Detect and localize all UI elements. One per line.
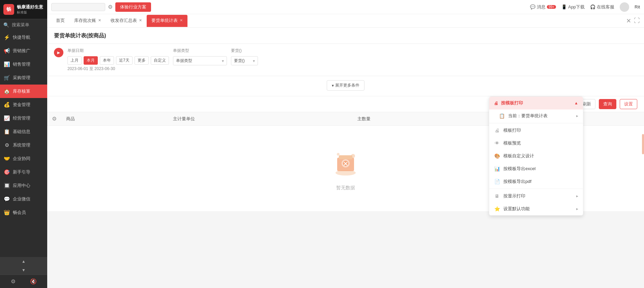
dropdown-item-export-excel[interactable]: 📊 按模板导出excel — [489, 162, 583, 175]
sidebar-scroll-down[interactable]: ▼ — [0, 266, 47, 275]
date-btn-custom[interactable]: 自定义 — [151, 56, 169, 65]
date-btn-this-month[interactable]: 本月 — [84, 56, 98, 65]
dropdown-current-template[interactable]: 📋 当前：要货单统计表 ▸ — [489, 109, 583, 122]
avatar[interactable] — [620, 2, 629, 12]
filter-order-type-value: 单据类型 — [176, 58, 192, 64]
dropdown-divider-2 — [489, 189, 583, 189]
sidebar-item-label: 营销推广 — [13, 48, 44, 54]
app-download-label: App下载 — [568, 4, 585, 10]
tab-receipt-summary-close[interactable]: ✕ — [139, 18, 142, 23]
sidebar-item-label: 基础信息 — [13, 129, 44, 135]
trial-button[interactable]: 体验行业方案 — [115, 2, 151, 12]
sidebar-item-label: 经营管理 — [13, 115, 44, 121]
svg-point-8 — [337, 153, 340, 156]
date-btn-more[interactable]: 更多 — [135, 56, 149, 65]
table-header-unit: 主计量单位 — [168, 112, 353, 126]
template-preview-label: 模板预览 — [503, 140, 578, 146]
expand-conditions-btn[interactable]: ▾ 展开更多条件 — [327, 80, 364, 91]
sidebar-item-operations[interactable]: 📈 经营管理 — [0, 111, 47, 125]
template-design-label: 模板自定义设计 — [503, 153, 578, 159]
tab-receipt-summary[interactable]: 收发存汇总表 ✕ — [106, 15, 147, 27]
expand-down-icon: ▾ — [332, 83, 334, 88]
online-service-btn[interactable]: 🎧 在线客服 — [590, 4, 614, 10]
filter-expand-btn[interactable]: ► — [54, 48, 63, 57]
dropdown-item-template-preview[interactable]: 👁 模板预览 — [489, 137, 583, 150]
sidebar-item-label: 新手引导 — [13, 169, 44, 175]
messages-icon: 💬 — [530, 4, 535, 9]
table-settings-icon[interactable]: ⚙ — [52, 116, 57, 122]
search-icon: 🔍 — [3, 22, 9, 28]
settings-footer-btn[interactable]: ⚙ — [11, 278, 16, 285]
sidebar-item-system[interactable]: ⚙ 系统管理 — [0, 138, 47, 152]
app-download-btn[interactable]: 📱 App下载 — [561, 4, 585, 10]
topbar-gear-icon[interactable]: ⚙ — [108, 4, 113, 10]
sidebar-item-purchase[interactable]: 🛒 采购管理 — [0, 71, 47, 85]
dropdown-collapse-icon[interactable]: ▲ — [574, 101, 578, 105]
display-print-label: 按显示打印 — [503, 193, 573, 199]
dropdown-item-display-print[interactable]: 🖥 按显示打印 ▸ — [489, 190, 583, 202]
expand-conditions-container: ▾ 展开更多条件 — [47, 76, 644, 96]
sidebar-item-app-center[interactable]: 🔲 应用中心 — [0, 179, 47, 192]
sidebar-item-enterprise[interactable]: 🤝 企业协同 — [0, 152, 47, 165]
dropdown-item-template-design[interactable]: 🎨 模板自定义设计 — [489, 150, 583, 162]
current-template-label: 当前：要货单统计表 — [508, 113, 573, 119]
sidebar-scroll-up[interactable]: ▲ — [0, 257, 47, 266]
set-default-arrow: ▸ — [576, 206, 578, 211]
app-title: 畅康通好生意 — [17, 4, 43, 10]
page-header: 要货单统计表(按商品) — [47, 28, 644, 44]
tab-expand-icon[interactable]: ⛶ — [634, 17, 640, 24]
filter-date-range: 2023-06-01 至 2023-06-30 — [67, 66, 169, 72]
tab-home[interactable]: 首页 — [51, 15, 69, 27]
empty-text: 暂无数据 — [336, 185, 355, 191]
export-excel-icon: 📊 — [494, 166, 500, 171]
filter-order-category-group: 要货() 要货() ▾ — [231, 48, 258, 65]
online-service-icon: 🎧 — [590, 4, 595, 9]
tab-requisition-stats-label: 要货单统计表 — [151, 18, 178, 24]
sidebar-item-basic-info[interactable]: 📋 基础信息 — [0, 125, 47, 138]
sidebar-item-member[interactable]: 👑 畅会员 — [0, 206, 47, 219]
tab-requisition-stats[interactable]: 要货单统计表 ✕ — [147, 15, 187, 27]
dropdown-item-export-pdf[interactable]: 📄 按模板导出pdf — [489, 175, 583, 188]
table-header-product: 商品 — [61, 112, 168, 126]
app-subtitle: 标准版 — [17, 10, 43, 15]
export-pdf-label: 按模板导出pdf — [503, 179, 578, 185]
chevron-right-icon: ▸ — [576, 114, 578, 118]
empty-icon — [329, 146, 362, 180]
dropdown-item-set-default[interactable]: ⭐ 设置默认功能 ▸ — [489, 202, 583, 215]
messages-btn[interactable]: 💬 消息 99+ — [530, 4, 556, 10]
tab-requisition-stats-close[interactable]: ✕ — [180, 18, 183, 23]
sidebar-item-label: 采购管理 — [13, 75, 44, 81]
date-btn-this-year[interactable]: 本年 — [100, 56, 114, 65]
sidebar-item-finance[interactable]: 💰 资金管理 — [0, 98, 47, 111]
scroll-handle[interactable] — [642, 134, 644, 154]
messages-label: 消息 — [537, 4, 546, 10]
sidebar-item-marketing[interactable]: 📢 营销推广 — [0, 44, 47, 58]
svg-point-7 — [351, 154, 355, 158]
template-preview-icon: 👁 — [494, 140, 500, 146]
svg-rect-2 — [339, 155, 352, 159]
tab-batch-account[interactable]: 库存批次账 ✕ — [69, 15, 106, 27]
date-btn-7days[interactable]: 近7天 — [116, 56, 133, 65]
tab-close-all-icon[interactable]: ✕ — [626, 17, 631, 25]
sidebar-item-wechat[interactable]: 💬 企业微信 — [0, 192, 47, 206]
sidebar-item-quick-nav[interactable]: ⚡ 快捷导航 — [0, 31, 47, 44]
table-header-settings: ⚙ — [47, 112, 61, 126]
filter-order-type-select[interactable]: 单据类型 ▾ — [173, 56, 227, 65]
dropdown-item-template-print[interactable]: 🖨 模板打印 — [489, 124, 583, 137]
chevron-down-icon: ▾ — [222, 59, 224, 63]
sidebar-item-inventory[interactable]: 🏠 库存核算 — [0, 85, 47, 98]
topbar-search-input[interactable] — [51, 3, 105, 11]
sidebar-item-newbie[interactable]: 🎯 新手引导 — [0, 165, 47, 179]
mute-footer-btn[interactable]: 🔇 — [30, 278, 37, 285]
newbie-icon: 🎯 — [3, 169, 10, 175]
date-btn-last-month[interactable]: 上月 — [67, 56, 82, 65]
sidebar-item-sales[interactable]: 📊 销售管理 — [0, 58, 47, 71]
sidebar-search[interactable]: 🔍 搜索菜单 — [0, 19, 47, 31]
chevron-down-icon-2: ▾ — [253, 59, 255, 63]
dropdown-header-left: 🖨 按模板打印 — [494, 100, 523, 106]
filter-date-group: 单据日期 上月 本月 本年 近7天 更多 自定义 2023-06-01 至 20… — [67, 48, 169, 72]
query-btn[interactable]: 查询 — [599, 99, 616, 109]
tab-batch-account-close[interactable]: ✕ — [98, 18, 101, 23]
filter-order-category-select[interactable]: 要货() ▾ — [231, 56, 258, 65]
settings-btn[interactable]: 设置 — [620, 99, 637, 109]
